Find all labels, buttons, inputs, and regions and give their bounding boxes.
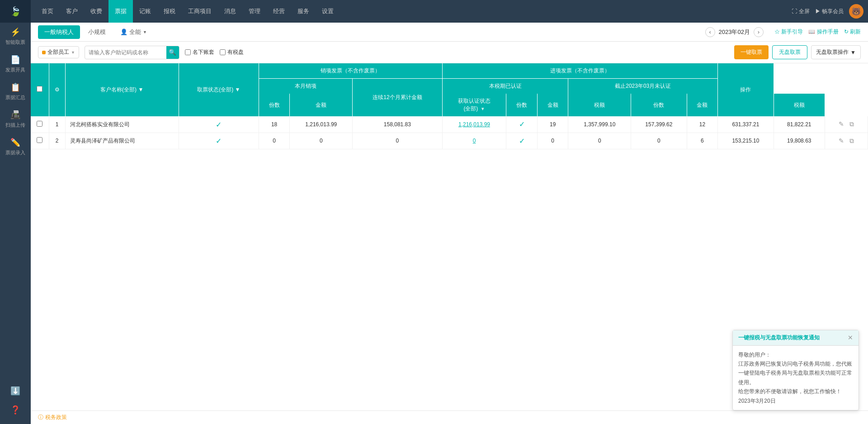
td-pur-uncert-amount: 631,337.21 bbox=[718, 116, 774, 133]
th-sales-count: 份数 bbox=[259, 94, 290, 116]
chevron-down-icon: ▼ bbox=[143, 30, 147, 34]
nav-settings[interactable]: 设置 bbox=[316, 0, 340, 23]
sidebar-item-label: 票据汇总 bbox=[5, 94, 25, 101]
th-sales-12month: 连续12个月累计金额 bbox=[353, 79, 443, 117]
td-pur-period-count: 19 bbox=[537, 116, 568, 133]
notif-header: 一键报税与无盘取票功能恢复通知 ✕ bbox=[733, 330, 859, 346]
row-checkbox[interactable] bbox=[37, 137, 42, 143]
taxdisk-checkbox[interactable] bbox=[220, 49, 226, 55]
status-text[interactable]: 税务政策 bbox=[45, 414, 67, 421]
td-customer: 河北柯搭栋实业有限公司 bbox=[65, 116, 179, 133]
td-pur-uncert-tax: 81,822.21 bbox=[774, 116, 825, 133]
th-action: 操作 bbox=[718, 63, 774, 116]
sidebar-item-download[interactable]: ⬇️ bbox=[0, 381, 31, 400]
sidebar-logo: 🍃 bbox=[0, 0, 31, 23]
sidebar-item-label: 扫描上传 bbox=[5, 122, 25, 129]
sidebar-item-invoice-summary[interactable]: 📋 票据汇总 bbox=[0, 78, 31, 105]
copy-action-icon[interactable]: ⧉ bbox=[849, 120, 854, 128]
nav-management[interactable]: 管理 bbox=[242, 0, 267, 23]
nav-bizproject[interactable]: 工商项目 bbox=[182, 0, 218, 23]
one-click-fetch-btn[interactable]: 一键取票 bbox=[734, 45, 769, 59]
td-sales-amount: 0 bbox=[290, 133, 353, 149]
guide-icon: ☆ bbox=[774, 29, 780, 35]
notif-close-btn[interactable]: ✕ bbox=[848, 334, 853, 341]
no-disk-op-btn[interactable]: 无盘取票操作 ▼ bbox=[811, 45, 861, 59]
notif-scroll[interactable]: 尊敬的用户：江苏政务网已恢复访问电子税务局功能，您代账一键登陆电子税务局与无盘取… bbox=[733, 346, 859, 410]
th-checkbox bbox=[31, 63, 49, 116]
td-sales-tax: 0 bbox=[353, 133, 443, 149]
td-checkbox[interactable] bbox=[31, 133, 49, 149]
table-row: 1 河北柯搭栋实业有限公司 ✓ 18 1,216,013.99 158,081.… bbox=[31, 116, 868, 133]
employee-select[interactable]: 全部员工 ▼ bbox=[38, 46, 79, 58]
account-checkbox[interactable] bbox=[185, 49, 191, 55]
td-pur-period-amount: 1,357,999.10 bbox=[568, 116, 631, 133]
sidebar-item-scan-upload[interactable]: 📠 扫描上传 bbox=[0, 105, 31, 133]
nav-home[interactable]: 首页 bbox=[35, 0, 60, 23]
td-sales-12month: 1,216,013.99 bbox=[442, 116, 506, 133]
td-pur-period-tax: 157,399.62 bbox=[631, 116, 687, 133]
th-pur-uncert-amount: 金额 bbox=[687, 94, 718, 116]
td-sales-tax: 158,081.83 bbox=[353, 116, 443, 133]
avatar[interactable]: 🐻 bbox=[849, 4, 863, 19]
config-icon[interactable]: ⚙ bbox=[55, 86, 60, 93]
nav-operations[interactable]: 经营 bbox=[267, 0, 291, 23]
td-seq: 1 bbox=[49, 116, 65, 133]
sales-12month-link[interactable]: 0 bbox=[473, 138, 476, 144]
sidebar-item-issue-invoice[interactable]: 📄 发票开具 bbox=[0, 50, 31, 78]
sidebar-item-data-entry[interactable]: ✏️ 票据录入 bbox=[0, 133, 31, 161]
search-button[interactable]: 🔍 bbox=[166, 46, 179, 59]
tab-date-nav: ‹ 2023年02月 › bbox=[705, 27, 764, 37]
tab-small[interactable]: 小规模 bbox=[82, 25, 112, 39]
checkbox-taxdisk[interactable]: 有税盘 bbox=[220, 48, 244, 56]
user-icon: 👤 bbox=[120, 29, 127, 35]
th-customer: 客户名称(全部) ▼ bbox=[65, 63, 179, 116]
edit-action-icon[interactable]: ✎ bbox=[839, 120, 844, 128]
td-pur-uncert-count: 12 bbox=[687, 116, 718, 133]
td-checkbox[interactable] bbox=[31, 116, 49, 133]
td-pur-period-tax: 0 bbox=[631, 133, 687, 149]
scan-upload-icon: 📠 bbox=[10, 110, 20, 120]
next-month-btn[interactable]: › bbox=[754, 27, 764, 37]
td-customer: 灵寿县尚泽矿产品有限公司 bbox=[65, 133, 179, 149]
search-input[interactable] bbox=[85, 48, 166, 57]
cert-status-icon: ✓ bbox=[519, 137, 525, 145]
checkbox-account[interactable]: 名下账套 bbox=[185, 48, 214, 56]
th-pur-period-amount: 金额 bbox=[537, 94, 568, 116]
fetch-status-icon: ✓ bbox=[216, 137, 222, 145]
nav-invoice[interactable]: 票据 bbox=[108, 0, 133, 23]
no-disk-fetch-btn[interactable]: 无盘取票 bbox=[772, 45, 807, 59]
table-row: 2 灵寿县尚泽矿产品有限公司 ✓ 0 0 0 0 ✓ 0 0 0 6 153,2… bbox=[31, 133, 868, 149]
nav-tax[interactable]: 报税 bbox=[157, 0, 182, 23]
orange-dot bbox=[42, 51, 46, 54]
employee-label: 全部员工 bbox=[47, 48, 69, 56]
tab-all[interactable]: 👤 全能 ▼ bbox=[114, 25, 153, 39]
select-all-checkbox[interactable] bbox=[37, 86, 42, 92]
fullscreen-btn[interactable]: ⛶ 全屏 bbox=[792, 8, 809, 15]
copy-action-icon[interactable]: ⧉ bbox=[849, 137, 854, 144]
tab-general[interactable]: 一般纳税人 bbox=[38, 25, 80, 39]
chevron-down-icon: ▼ bbox=[71, 50, 75, 55]
nav-accounting[interactable]: 记账 bbox=[133, 0, 157, 23]
tab-right-actions: ☆ 新手引导 📖 操作手册 ↻ 刷新 bbox=[774, 28, 861, 36]
tabs-bar: 一般纳税人 小规模 👤 全能 ▼ ‹ 2023年02月 › ☆ 新手引导 📖 操 bbox=[31, 23, 868, 42]
filter-right-btns: 一键取票 无盘取票 无盘取票操作 ▼ bbox=[734, 45, 861, 59]
member-btn[interactable]: ▶ 畅享会员 bbox=[815, 8, 844, 15]
prev-month-btn[interactable]: ‹ bbox=[705, 27, 715, 37]
sidebar-item-help[interactable]: ❓ bbox=[0, 400, 31, 419]
th-sales-month: 本月销项 bbox=[259, 79, 352, 94]
refresh-btn[interactable]: ↻ 刷新 bbox=[844, 28, 861, 36]
nav-customer[interactable]: 客户 bbox=[60, 0, 84, 23]
nav-message[interactable]: 消息 bbox=[218, 0, 242, 23]
manual-btn[interactable]: 📖 操作手册 bbox=[808, 28, 838, 36]
edit-action-icon[interactable]: ✎ bbox=[839, 137, 844, 144]
nav-collection[interactable]: 收费 bbox=[84, 0, 108, 23]
nav-service[interactable]: 服务 bbox=[291, 0, 316, 23]
cert-status-icon: ✓ bbox=[519, 120, 525, 128]
th-pur-period-count: 份数 bbox=[506, 94, 538, 116]
row-checkbox[interactable] bbox=[37, 121, 42, 127]
status-icon: ⓘ bbox=[38, 414, 43, 421]
sidebar-item-smart-fetch[interactable]: ⚡ 智能取票 bbox=[0, 23, 31, 50]
sales-12month-link[interactable]: 1,216,013.99 bbox=[458, 121, 490, 128]
new-guide-btn[interactable]: ☆ 新手引导 bbox=[774, 28, 803, 36]
smart-fetch-icon: ⚡ bbox=[10, 27, 20, 37]
